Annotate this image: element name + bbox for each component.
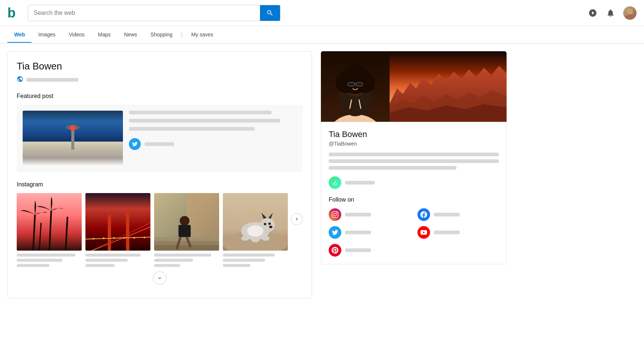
facebook-icon [417,208,430,221]
desc-line-2 [329,159,499,163]
expand-button[interactable] [153,271,166,285]
svg-rect-48 [356,82,363,86]
search-button[interactable] [260,5,280,21]
featured-post-card[interactable] [17,105,303,172]
right-panel-image-1 [321,51,390,122]
facebook-label-placeholder [434,213,460,216]
social-grid [329,208,499,257]
svg-point-1 [627,9,633,14]
svg-point-38 [251,238,260,242]
svg-point-35 [269,226,273,228]
instagram-item-3[interactable] [154,193,219,267]
expand-section [17,267,303,289]
carousel-nav [291,193,303,267]
instagram-item-4[interactable] [223,193,288,267]
avatar[interactable] [623,6,637,20]
instagram-item-2-lines [85,254,150,267]
notifications-icon[interactable] [605,8,616,18]
instagram-icon [329,208,341,221]
nav-item-shopping[interactable]: Shopping [144,27,179,42]
svg-point-37 [241,236,249,241]
linktree-text-placeholder [345,181,375,185]
featured-post-image [23,111,123,166]
carousel-next-button[interactable] [291,213,303,225]
profile-name: Tia Bowen [17,61,303,72]
svg-point-39 [261,236,270,241]
social-facebook[interactable] [417,208,499,221]
svg-point-33 [269,222,271,225]
nav-bar: Web Images Videos Maps News Shopping | M… [0,26,644,44]
featured-post-title: Featured post [17,93,303,100]
pinterest-icon [329,244,341,257]
desc-line-3 [329,166,456,170]
svg-rect-47 [348,82,355,86]
instagram-section: Instagram [17,181,303,267]
svg-rect-12 [126,213,129,251]
social-youtube[interactable] [417,226,499,239]
instagram-item-3-lines [154,254,219,267]
text-line-2 [129,119,280,123]
svg-point-34 [264,223,266,225]
social-instagram[interactable] [329,208,410,221]
follow-on-title: Follow on [329,196,499,203]
instagram-items [17,193,288,267]
instagram-image-4 [223,193,288,251]
youtube-label-placeholder [434,231,460,234]
right-profile-handle: @TiaBowen [329,141,499,147]
featured-post-content [129,111,297,166]
svg-point-18 [133,237,135,239]
svg-point-14 [93,238,94,239]
instagram-label-placeholder [345,213,371,216]
search-bar [28,5,280,21]
twitter-username-placeholder [144,142,174,146]
instagram-item-2[interactable] [85,193,150,267]
nav-item-my-saves[interactable]: My saves [185,27,220,42]
profile-url-row [17,76,303,84]
linktree-row [329,176,499,189]
instagram-title: Instagram [17,181,303,188]
search-input[interactable] [28,5,260,21]
svg-point-17 [123,237,125,239]
instagram-item-1-lines [17,254,82,267]
svg-text:b: b [7,6,16,20]
nav-item-maps[interactable]: Maps [91,27,117,42]
twitter-attribution [129,138,297,150]
right-profile-description [329,153,499,170]
right-panel-image-2 [390,51,507,122]
left-panel: Tia Bowen Featured post [7,51,312,306]
nav-item-videos[interactable]: Videos [62,27,91,42]
instagram-image-1 [17,193,82,251]
right-panel-images [321,51,507,122]
instagram-item-1[interactable] [17,193,82,267]
social-twitter[interactable] [329,226,410,239]
nav-item-news[interactable]: News [117,27,144,42]
desc-line-1 [329,153,499,156]
pinterest-label-placeholder [345,248,371,252]
twitter-label-placeholder [345,231,371,234]
svg-point-2 [625,14,635,20]
svg-point-15 [103,238,104,239]
nav-item-images[interactable]: Images [32,27,62,42]
svg-point-36 [247,225,264,237]
rewards-icon[interactable] [588,8,598,18]
instagram-image-3 [154,193,219,251]
social-pinterest[interactable] [329,244,410,257]
linktree-icon [329,176,341,189]
twitter-social-icon [329,226,341,239]
instagram-carousel [17,193,303,267]
url-placeholder [26,78,78,82]
right-profile-name: Tia Bowen [329,130,499,139]
main-content: Tia Bowen Featured post [0,44,631,313]
nav-item-web[interactable]: Web [7,27,32,42]
svg-rect-8 [85,193,150,251]
youtube-icon [417,226,430,239]
text-line-3 [129,127,255,131]
nav-divider: | [179,31,185,39]
bing-logo[interactable]: b [7,6,22,20]
svg-rect-11 [108,215,111,251]
text-line-1 [129,111,271,114]
header-icons [588,6,637,20]
twitter-icon [129,138,141,150]
svg-point-16 [113,237,114,239]
featured-post-section: Featured post [17,93,303,172]
